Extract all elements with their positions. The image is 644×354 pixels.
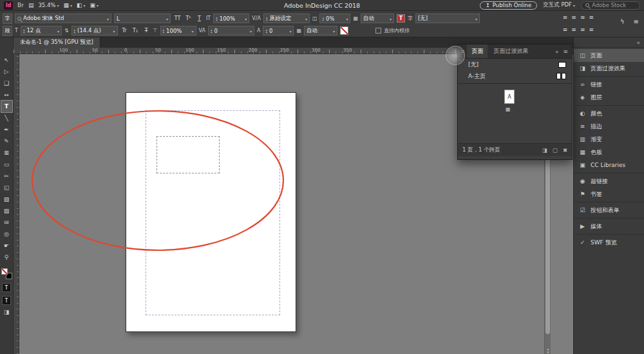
align-justify-icon[interactable]: ≡ bbox=[589, 14, 594, 21]
vertical-scale-select[interactable]: 100% bbox=[213, 14, 249, 23]
gradient-feather-tool[interactable]: ▨ bbox=[1, 205, 12, 217]
subscript-button[interactable]: T₁ bbox=[131, 26, 140, 35]
delete-page-icon[interactable]: ✖ bbox=[563, 147, 567, 153]
stepper-icon[interactable] bbox=[211, 28, 213, 34]
character-color-swatch[interactable]: T bbox=[397, 14, 405, 23]
proportional-spacing-select[interactable]: 0% bbox=[319, 14, 350, 23]
master-row-a[interactable]: A-主页 bbox=[458, 70, 572, 82]
strikethrough-button[interactable]: T bbox=[142, 26, 151, 35]
grid-gyoudori-select[interactable]: 自动 bbox=[304, 26, 337, 35]
all-caps-button[interactable]: TT bbox=[173, 14, 182, 23]
scissors-tool[interactable]: ✂ bbox=[1, 170, 12, 182]
scrollbar-arrows[interactable]: ▴▾ bbox=[545, 348, 551, 354]
align-left-icon[interactable]: ≡ bbox=[563, 14, 568, 21]
dock-item-cc-libraries[interactable]: ▣ CC Libraries bbox=[574, 159, 644, 172]
publish-online-button[interactable]: ↥ Publish Online bbox=[480, 1, 538, 10]
align-justify-center-icon[interactable]: ≡ bbox=[571, 26, 576, 33]
dock-item-gradient[interactable]: ▥ 渐变 bbox=[574, 133, 644, 146]
stepper-icon[interactable] bbox=[163, 28, 165, 34]
direct-selection-tool[interactable]: ▷ bbox=[1, 66, 12, 77]
edit-page-size-icon[interactable]: ◨ bbox=[542, 147, 547, 153]
dock-item-hyperlinks[interactable]: ◉ 超链接 bbox=[574, 175, 644, 188]
dock-item-stroke[interactable]: ≡ 描边 bbox=[574, 120, 644, 133]
small-caps-button[interactable]: Tr bbox=[120, 26, 129, 35]
free-transform-tool[interactable]: ◱ bbox=[1, 182, 12, 193]
align-justify-left-icon[interactable]: ≡ bbox=[563, 26, 568, 33]
formatting-affects-container-button[interactable]: T bbox=[2, 296, 11, 305]
dock-item-buttons-forms[interactable]: ☑ 按钮和表单 bbox=[574, 204, 644, 217]
screen-mode-button[interactable]: ◧ bbox=[77, 2, 86, 8]
stepper-icon[interactable] bbox=[266, 16, 268, 21]
tab-page-transitions[interactable]: 页面过渡效果 bbox=[489, 44, 533, 58]
tatechuyoko-checkbox[interactable] bbox=[375, 28, 381, 34]
stepper-icon[interactable] bbox=[322, 16, 324, 21]
font-style-select[interactable]: L bbox=[114, 14, 171, 23]
stepper-icon[interactable] bbox=[23, 28, 25, 34]
arrange-documents-button[interactable]: ▣ bbox=[90, 2, 99, 8]
new-page-icon[interactable]: ▢ bbox=[553, 147, 558, 153]
pencil-tool[interactable]: ✎ bbox=[1, 135, 12, 147]
fill-swatch[interactable] bbox=[1, 268, 8, 275]
note-tool[interactable]: ✉ bbox=[1, 217, 12, 228]
align-center-icon[interactable]: ≡ bbox=[571, 14, 576, 21]
master-row-none[interactable]: [无] bbox=[458, 59, 572, 70]
pen-tool[interactable]: ✒ bbox=[1, 124, 12, 135]
tab-pages[interactable]: 页面 bbox=[467, 44, 488, 58]
rectangle-frame-tool[interactable]: ⊠ bbox=[1, 147, 12, 159]
superscript-button[interactable]: T¹ bbox=[184, 14, 193, 23]
panel-menu-icon[interactable]: ≡ bbox=[634, 18, 639, 25]
view-options-button[interactable]: ▦ bbox=[63, 2, 72, 8]
pages-list-area[interactable]: A ▦ bbox=[458, 84, 572, 143]
tracking-select[interactable]: 0 bbox=[208, 26, 254, 35]
document-tab[interactable]: 未命名-1 @ 35% [GPU 预览] bbox=[14, 37, 100, 48]
font-size-select[interactable]: 12 点 bbox=[21, 26, 62, 35]
zoom-tool[interactable]: ⚲ bbox=[1, 251, 12, 263]
eyedropper-tool[interactable]: ◎ bbox=[1, 228, 12, 240]
dock-item-pages[interactable]: ◫ 页面 bbox=[574, 49, 644, 62]
font-family-select[interactable]: Adobe 宋体 Std bbox=[15, 14, 111, 23]
paragraph-formatting-toggle[interactable]: 段 bbox=[3, 26, 12, 36]
panel-menu-icon[interactable]: ≡ bbox=[563, 48, 568, 55]
fill-stroke-control[interactable] bbox=[1, 268, 12, 279]
horizontal-scale-select[interactable]: 100% bbox=[160, 26, 196, 35]
line-tool[interactable]: ╲ bbox=[1, 112, 12, 124]
character-style-select[interactable]: [无] bbox=[415, 14, 480, 23]
stepper-icon[interactable] bbox=[265, 28, 267, 34]
stroke-color-swatch[interactable] bbox=[340, 26, 348, 35]
align-justify-right-icon[interactable]: ≡ bbox=[580, 26, 585, 33]
adaptive-layout-icon[interactable]: ϟ bbox=[620, 18, 625, 25]
dock-item-links[interactable]: ∞ 链接 bbox=[574, 78, 644, 91]
underline-button[interactable]: T bbox=[195, 14, 204, 23]
page-tool[interactable]: ❑ bbox=[1, 77, 12, 89]
red-ellipse-shape[interactable] bbox=[32, 111, 283, 250]
baseline-shift-select[interactable]: 0 bbox=[263, 26, 294, 35]
dock-item-bookmarks[interactable]: ⚑ 书签 bbox=[574, 188, 644, 201]
align-justify-all-icon[interactable]: ≡ bbox=[589, 26, 594, 33]
dock-item-page-transitions[interactable]: ◨ 页面过渡效果 bbox=[574, 62, 644, 75]
export-preset-select[interactable]: 交互式 PDF bbox=[543, 1, 575, 9]
dock-expand-icon[interactable]: « bbox=[636, 39, 640, 46]
stepper-icon[interactable] bbox=[74, 28, 76, 34]
leading-select[interactable]: (14.4 点) bbox=[71, 26, 118, 35]
gradient-swatch-tool[interactable]: ▧ bbox=[1, 193, 12, 205]
page-1-thumbnail[interactable]: A bbox=[504, 90, 515, 104]
type-tool[interactable]: T bbox=[1, 101, 12, 112]
adobe-stock-search-input[interactable]: Adobe Stock bbox=[581, 1, 640, 10]
dock-item-color[interactable]: ◐ 颜色 bbox=[574, 107, 644, 120]
dock-item-media[interactable]: ▶ 媒体 bbox=[574, 220, 644, 233]
align-right-icon[interactable]: ≡ bbox=[580, 14, 585, 21]
panel-expand-icon[interactable]: » bbox=[555, 48, 559, 55]
rectangle-tool[interactable]: ▭ bbox=[1, 159, 12, 170]
screen-mode-toggle-icon[interactable]: ◨ bbox=[4, 309, 10, 315]
stepper-icon[interactable] bbox=[216, 16, 218, 21]
dock-item-layers[interactable]: ◈ 图层 bbox=[574, 91, 644, 104]
hand-tool[interactable]: ☛ bbox=[1, 240, 12, 251]
stack-documents-button[interactable]: ▤ bbox=[28, 2, 34, 8]
selection-tool[interactable]: ↖ bbox=[1, 54, 12, 66]
dock-item-swf-preview[interactable]: ✓ SWF 预览 bbox=[574, 236, 644, 249]
character-formatting-toggle[interactable]: 字 bbox=[3, 14, 12, 24]
dock-item-swatches[interactable]: ▦ 色板 bbox=[574, 146, 644, 159]
formatting-affects-text-button[interactable]: T bbox=[2, 283, 11, 292]
bridge-icon[interactable]: Br bbox=[17, 2, 24, 8]
zoom-level-select[interactable]: 35.4% bbox=[38, 2, 59, 8]
